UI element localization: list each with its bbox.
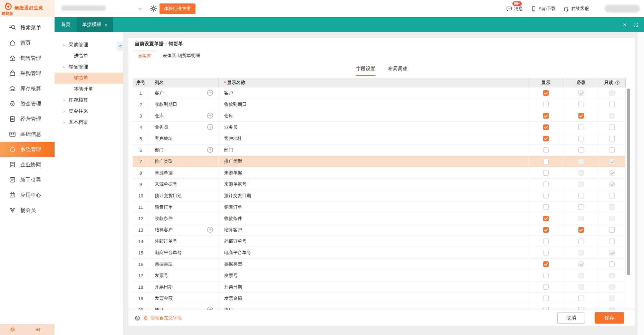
readonly-checkbox[interactable]: [609, 147, 615, 153]
messages-item[interactable]: 消息 99+: [506, 6, 523, 12]
display-name-cell[interactable]: 收款到期日: [219, 99, 528, 110]
app-download-item[interactable]: App下载: [531, 6, 556, 12]
show-checkbox[interactable]: [543, 296, 549, 301]
display-name-cell[interactable]: 开票日期: [219, 281, 528, 292]
table-scrollbar[interactable]: [627, 89, 630, 275]
show-checkbox[interactable]: [543, 136, 549, 141]
required-checkbox[interactable]: [578, 147, 584, 153]
gear-icon[interactable]: [150, 5, 157, 12]
sidebar-item-collaboration[interactable]: 企业协同: [0, 157, 55, 172]
readonly-checkbox[interactable]: [609, 124, 615, 130]
required-checkbox[interactable]: [578, 136, 584, 141]
sidebar-item-baseinfo[interactable]: 基础信息: [0, 127, 55, 142]
sidebar-item-purchase[interactable]: 采购管理: [0, 66, 55, 81]
show-checkbox[interactable]: [543, 147, 549, 153]
display-name-cell[interactable]: 发票号: [219, 270, 528, 281]
show-checkbox[interactable]: [543, 273, 549, 278]
sidebar-item-inventory[interactable]: 库存核算: [0, 81, 55, 96]
display-name-cell[interactable]: 发票金额: [219, 293, 528, 304]
tree-group-6[interactable]: 资金往来: [55, 106, 123, 117]
show-checkbox[interactable]: [543, 170, 549, 176]
sidebar-item-operations[interactable]: 经营管理: [0, 111, 55, 127]
display-name-cell[interactable]: 业务员: [219, 122, 528, 133]
sidebar-item-search[interactable]: 搜索菜单: [0, 20, 55, 35]
tree-item-4[interactable]: 零售开单: [55, 84, 123, 95]
readonly-checkbox[interactable]: [609, 136, 615, 141]
online-service-item[interactable]: 在线客服: [563, 6, 589, 12]
required-checkbox[interactable]: [578, 227, 584, 233]
tree-item-3[interactable]: 销货单: [55, 73, 123, 84]
add-field-icon[interactable]: [207, 90, 213, 96]
sidebar-item-sales[interactable]: 销售管理: [0, 50, 55, 66]
fullscreen-icon[interactable]: [633, 22, 638, 27]
show-checkbox[interactable]: [543, 90, 549, 96]
show-checkbox[interactable]: [543, 227, 549, 233]
required-checkbox[interactable]: [578, 124, 584, 130]
readonly-checkbox[interactable]: [609, 193, 615, 198]
sidebar-item-funds[interactable]: 资金管理: [0, 96, 55, 111]
readonly-checkbox[interactable]: [609, 227, 615, 233]
show-checkbox[interactable]: [543, 261, 549, 267]
manage-custom-fields-link[interactable]: 管理自定义字段: [135, 315, 182, 321]
tab-header-area[interactable]: 表头区: [132, 50, 157, 61]
display-name-cell[interactable]: 推广类型: [219, 156, 528, 167]
display-name-cell[interactable]: 销售订单: [219, 202, 528, 213]
display-name-cell[interactable]: 票据类型: [219, 259, 528, 270]
tree-group-7[interactable]: 基本档案: [55, 117, 123, 128]
show-checkbox[interactable]: [543, 216, 549, 221]
show-checkbox[interactable]: [543, 284, 549, 290]
close-icon[interactable]: ×: [623, 22, 626, 28]
display-name-cell[interactable]: 客户: [219, 87, 528, 99]
display-name-cell[interactable]: 收款条件: [219, 213, 528, 224]
chevron-down-icon[interactable]: [137, 6, 143, 11]
display-name-cell[interactable]: 电商平台单号: [219, 247, 528, 258]
show-checkbox[interactable]: [543, 239, 549, 244]
required-checkbox[interactable]: [578, 296, 584, 301]
sidebar-item-appcenter[interactable]: 应用中心: [0, 187, 55, 203]
redacted-template-select[interactable]: [61, 6, 106, 11]
required-checkbox[interactable]: [578, 113, 584, 119]
display-name-cell[interactable]: 来源单据: [219, 167, 528, 178]
tab-document-template[interactable]: 单据模板 ×: [77, 17, 113, 32]
industry-solution-button[interactable]: 体验行业方案: [160, 3, 195, 14]
show-checkbox[interactable]: [543, 159, 549, 164]
display-name-cell[interactable]: 来源单据号: [219, 179, 528, 190]
show-checkbox[interactable]: [543, 250, 549, 255]
show-checkbox[interactable]: [543, 113, 549, 119]
display-name-cell[interactable]: 结算客户: [219, 224, 528, 235]
readonly-checkbox[interactable]: [609, 102, 615, 107]
required-checkbox[interactable]: [578, 102, 584, 107]
display-name-cell[interactable]: 客户地址: [219, 133, 528, 144]
announcement-speaker-icon[interactable]: [35, 327, 41, 333]
tree-group-2[interactable]: 销售管理: [55, 62, 123, 73]
show-checkbox[interactable]: [543, 124, 549, 130]
display-name-cell[interactable]: 仓库: [219, 110, 528, 121]
display-name-cell[interactable]: 部门: [219, 145, 528, 156]
required-checkbox[interactable]: [578, 204, 584, 210]
add-field-icon[interactable]: [207, 147, 213, 153]
tree-group-0[interactable]: 采购管理: [55, 39, 123, 50]
tree-item-1[interactable]: 进货单: [55, 50, 123, 62]
required-checkbox[interactable]: [578, 193, 584, 198]
add-field-icon[interactable]: [207, 226, 213, 233]
show-checkbox[interactable]: [543, 102, 549, 107]
readonly-checkbox[interactable]: [609, 261, 615, 267]
required-checkbox[interactable]: [578, 239, 584, 244]
close-tab-icon[interactable]: ×: [105, 22, 107, 27]
tab-layout-adjust[interactable]: 布局调整: [388, 66, 407, 76]
tab-body-area[interactable]: 表体区-销货单明细: [157, 50, 205, 61]
readonly-checkbox[interactable]: [609, 239, 615, 244]
save-button[interactable]: 保存: [595, 312, 624, 324]
redacted-account-name[interactable]: [605, 5, 640, 12]
show-checkbox[interactable]: [543, 204, 549, 210]
sidebar-item-member[interactable]: 畅会员: [0, 203, 55, 218]
show-checkbox[interactable]: [543, 182, 549, 187]
display-name-cell[interactable]: 外部订单号: [219, 236, 528, 247]
tab-field-settings[interactable]: 字段设置: [356, 66, 375, 76]
tab-home[interactable]: 首页: [55, 17, 77, 32]
settings-gear-icon[interactable]: [10, 327, 16, 333]
collapse-panel-button[interactable]: «: [117, 41, 125, 51]
sidebar-item-system[interactable]: 系统管理: [0, 142, 55, 157]
sidebar-item-guide[interactable]: 新手引导: [0, 172, 55, 187]
tree-group-5[interactable]: 库存核算: [55, 95, 123, 106]
